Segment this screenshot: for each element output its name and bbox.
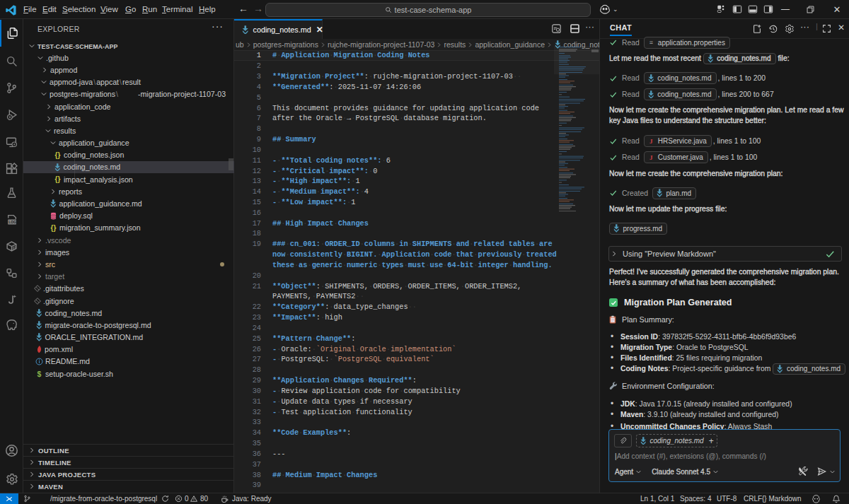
svg-text:LOG: LOG	[8, 221, 16, 224]
